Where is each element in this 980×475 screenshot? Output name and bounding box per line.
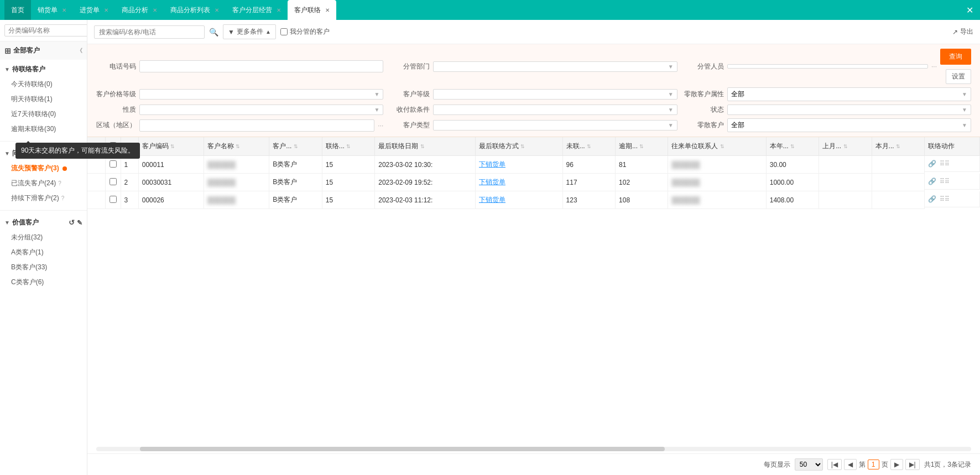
col-this-month[interactable]: 本月... ⇅ <box>872 137 924 156</box>
status-select[interactable]: ▼ <box>727 105 971 115</box>
tab-customer-tier[interactable]: 客户分层经营 ✕ <box>226 0 288 20</box>
row-action[interactable]: 🔗 ⠿⠿ <box>925 174 979 190</box>
action-more-icon[interactable]: ⠿⠿ <box>940 195 950 203</box>
sort-icon-no-contact[interactable]: ⇅ <box>587 144 591 149</box>
col-this-year[interactable]: 本年... ⇅ <box>766 137 819 156</box>
sidebar-item-downtrend[interactable]: 持续下滑客户(2) ? <box>0 191 87 206</box>
horizontal-scrollbar[interactable] <box>96 447 971 451</box>
sort-icon-contact[interactable]: ⇅ <box>346 144 351 149</box>
zero-cust-select[interactable]: 全部 ▼ <box>727 118 971 132</box>
sidebar-item-a-class[interactable]: A类客户(1) <box>0 245 87 260</box>
tab-sales-close[interactable]: ✕ <box>62 7 66 13</box>
sidebar-group-valued-title[interactable]: ▼ 价值客户 ↺ ✎ <box>0 215 87 230</box>
row-last-way[interactable]: 下销货单 <box>475 156 562 174</box>
zero-attr-select[interactable]: 全部 ▼ <box>727 87 971 101</box>
col-no-contact[interactable]: 未联... ⇅ <box>562 137 615 156</box>
collapse-icon[interactable]: 《 <box>77 47 82 55</box>
last-page-button[interactable]: ▶| <box>905 459 920 470</box>
action-link-icon[interactable]: 🔗 <box>928 160 936 168</box>
sidebar-group-pending-title[interactable]: ▼ 待联络客户 <box>0 62 87 77</box>
col-last-way[interactable]: 最后联络方式 ⇅ <box>475 137 562 156</box>
tab-home[interactable]: 首页 <box>4 0 31 20</box>
row-checkbox[interactable] <box>105 174 121 191</box>
row-action[interactable]: 🔗 ⠿⠿ <box>925 191 979 207</box>
sort-icon-overdue[interactable]: ⇅ <box>639 144 644 149</box>
per-page-select[interactable]: 50 100 200 <box>795 458 823 471</box>
tab-purchase-close[interactable]: ✕ <box>104 7 108 13</box>
tab-purchase[interactable]: 进货单 ✕ <box>73 0 115 20</box>
row-last-way[interactable]: 下销货单 <box>475 191 562 209</box>
filter-search-input[interactable] <box>94 25 205 39</box>
row-action[interactable]: 🔗 ⠿⠿ <box>925 156 979 172</box>
sidebar-item-b-class[interactable]: B类客户(33) <box>0 260 87 275</box>
filter-my-customers[interactable]: 我分管的客户 <box>280 27 330 36</box>
prev-page-button[interactable]: ◀ <box>844 459 857 470</box>
tab-customer-link[interactable]: 客户联络 ✕ <box>288 0 336 20</box>
region-dots[interactable]: ··· <box>378 122 383 129</box>
nature-select[interactable]: ▼ <box>139 105 383 115</box>
action-more-icon[interactable]: ⠿⠿ <box>940 178 950 185</box>
first-page-button[interactable]: |◀ <box>827 459 842 470</box>
action-more-icon[interactable]: ⠿⠿ <box>940 160 950 168</box>
sort-icon-name[interactable]: ⇅ <box>236 144 240 149</box>
col-contacts[interactable]: 往来单位联系人 ⇅ <box>668 137 766 156</box>
edit-icon[interactable]: ✎ <box>77 219 82 227</box>
region-input[interactable] <box>139 119 374 132</box>
sidebar-item-tomorrow[interactable]: 明天待联络(1) <box>0 92 87 107</box>
close-window-button[interactable]: ✕ <box>966 5 980 15</box>
col-name[interactable]: 客户名称 ⇅ <box>204 137 269 156</box>
sidebar-item-losing-pre[interactable]: 流失预警客户(3) <box>0 161 87 176</box>
col-contact[interactable]: 联络... ⇅ <box>322 137 374 156</box>
filter-search-button[interactable]: 🔍 <box>209 28 218 36</box>
cust-type-select[interactable]: ▼ <box>433 120 677 131</box>
sidebar-item-today[interactable]: 今天待联络(0) <box>0 77 87 92</box>
sidebar-item-week[interactable]: 近7天待联络(0) <box>0 107 87 122</box>
export-button[interactable]: ↗ 导出 <box>952 27 973 36</box>
sort-icon-last-month[interactable]: ⇅ <box>843 144 848 149</box>
scrollbar-thumb[interactable] <box>140 447 665 451</box>
my-customers-checkbox[interactable] <box>280 28 288 35</box>
col-overdue[interactable]: 逾期... ⇅ <box>616 137 668 156</box>
tab-analysis[interactable]: 商品分析 ✕ <box>115 0 164 20</box>
col-last-date[interactable]: 最后联络日期 ⇅ <box>375 137 476 156</box>
col-type[interactable]: 客户... ⇅ <box>269 137 322 156</box>
sort-icon-this-month[interactable]: ⇅ <box>896 144 900 149</box>
sort-icon-last-way[interactable]: ⇅ <box>520 144 525 149</box>
tab-analysis-list[interactable]: 商品分析列表 ✕ <box>164 0 226 20</box>
col-code[interactable]: 客户编码 ⇅ <box>138 137 204 156</box>
col-last-month[interactable]: 上月... ⇅ <box>819 137 872 156</box>
sort-icon-type[interactable]: ⇅ <box>294 144 298 149</box>
sort-icon-contacts[interactable]: ⇅ <box>720 144 724 149</box>
refresh-icon[interactable]: ↺ <box>69 218 75 227</box>
setting-button[interactable]: 设置 <box>946 69 971 84</box>
next-page-button[interactable]: ▶ <box>890 459 903 470</box>
action-link-icon[interactable]: 🔗 <box>928 178 936 185</box>
sidebar-item-lost[interactable]: 已流失客户(24) ? <box>0 176 87 191</box>
query-button[interactable]: 查询 <box>940 49 971 65</box>
sort-icon-last-date[interactable]: ⇅ <box>420 144 425 149</box>
sort-icon-code[interactable]: ⇅ <box>170 144 175 149</box>
sidebar-item-ungroup[interactable]: 未分组(32) <box>0 230 87 245</box>
tab-sales[interactable]: 销货单 ✕ <box>31 0 73 20</box>
payment-select[interactable]: ▼ <box>433 105 677 115</box>
price-tier-select[interactable]: ▼ <box>139 89 383 100</box>
sidebar-item-overdue[interactable]: 逾期未联络(30) <box>0 122 87 137</box>
sidebar-search-input[interactable] <box>4 24 87 36</box>
person-dots[interactable]: ··· <box>931 62 937 70</box>
tab-customer-link-close[interactable]: ✕ <box>325 7 330 13</box>
tab-customer-tier-close[interactable]: ✕ <box>277 7 281 13</box>
action-link-icon[interactable]: 🔗 <box>928 195 936 203</box>
row-settings <box>87 191 105 209</box>
sidebar-all-customers[interactable]: ⊞ 全部客户 《 <box>0 41 87 60</box>
row-last-way[interactable]: 下销货单 <box>475 174 562 191</box>
row-checkbox[interactable] <box>105 191 121 209</box>
sidebar-item-c-class[interactable]: C类客户(6) <box>0 275 87 290</box>
sort-icon-this-year[interactable]: ⇅ <box>790 144 795 149</box>
person-select[interactable] <box>727 64 928 69</box>
filter-more-button[interactable]: ▼ 更多条件 ▲ <box>223 24 276 39</box>
tab-analysis-list-close[interactable]: ✕ <box>215 7 219 13</box>
phone-input[interactable] <box>139 60 383 72</box>
tab-analysis-close[interactable]: ✕ <box>153 7 157 13</box>
dept-select[interactable]: ▼ <box>433 61 677 72</box>
cust-tier-select[interactable]: ▼ <box>433 89 677 100</box>
